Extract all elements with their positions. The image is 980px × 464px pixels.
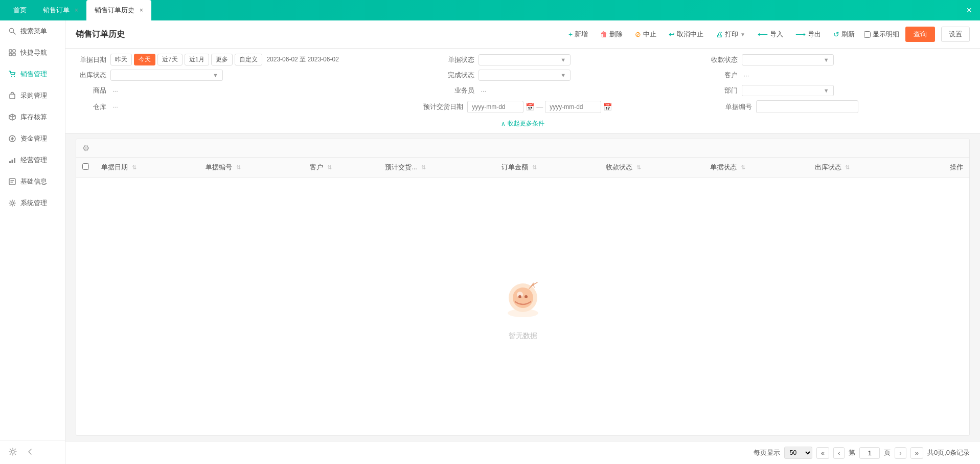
- th-doc-status[interactable]: 单据状态 ⇅: [704, 158, 808, 178]
- date-btn-custom[interactable]: 自定义: [235, 54, 262, 65]
- display-toggle[interactable]: 显示明细: [864, 30, 899, 39]
- svg-rect-3: [13, 50, 15, 52]
- sidebar-item-purchase-mgmt-label: 采购管理: [20, 91, 47, 100]
- warehouse-label: 仓库: [76, 102, 106, 112]
- page-size-label: 每页显示: [754, 448, 780, 457]
- table-settings-icon[interactable]: ⚙: [82, 143, 89, 153]
- window-close-button[interactable]: ×: [963, 5, 975, 16]
- customer-more-btn[interactable]: ···: [744, 72, 749, 79]
- sidebar-item-ops-mgmt[interactable]: 经营管理: [0, 149, 65, 171]
- th-customer[interactable]: 客户 ⇅: [304, 158, 379, 178]
- date-btn-more[interactable]: 更多: [211, 54, 233, 65]
- tab-sales-order-close[interactable]: ×: [75, 7, 78, 14]
- warehouse-more-btn[interactable]: ···: [112, 103, 118, 111]
- delivery-date-to[interactable]: [545, 101, 601, 113]
- sidebar-item-sys-mgmt[interactable]: 系统管理: [0, 192, 65, 214]
- doc-no-input[interactable]: [756, 100, 858, 113]
- sidebar-bottom: [0, 440, 65, 464]
- filter-doc-no: 单据编号: [721, 100, 970, 113]
- query-button[interactable]: 查询: [905, 27, 935, 42]
- salesperson-more-btn[interactable]: ···: [481, 87, 486, 95]
- th-doc-date-label: 单据日期: [101, 163, 128, 171]
- page-size-select[interactable]: 50 10 20 100: [784, 447, 812, 459]
- display-checkbox[interactable]: [864, 31, 871, 38]
- sidebar-item-search-menu[interactable]: 搜索菜单: [0, 20, 65, 42]
- date-btn-today[interactable]: 今天: [134, 54, 155, 65]
- th-doc-date[interactable]: 单据日期 ⇅: [95, 158, 199, 178]
- sidebar-arrow-icon[interactable]: [26, 447, 35, 458]
- stop-button[interactable]: ⊘ 中止: [632, 28, 659, 41]
- tab-sales-order-history-close[interactable]: ×: [140, 7, 143, 14]
- sidebar-item-basic-info[interactable]: 基础信息: [0, 171, 65, 192]
- outbound-status-select[interactable]: ▼: [110, 70, 223, 81]
- tab-sales-order[interactable]: 销售订单 ×: [35, 0, 86, 20]
- empty-illustration: [497, 272, 549, 323]
- sort-doc-no-icon: ⇅: [236, 164, 241, 170]
- date-btn-1month[interactable]: 近1月: [185, 54, 210, 65]
- current-page-input[interactable]: [859, 447, 880, 459]
- th-receipt-status[interactable]: 收款状态 ⇅: [600, 158, 704, 178]
- tab-home[interactable]: 首页: [5, 0, 35, 20]
- svg-point-7: [14, 76, 15, 77]
- print-button[interactable]: 🖨 打印 ▼: [713, 28, 748, 41]
- settings-button[interactable]: 设置: [941, 27, 970, 42]
- date-label: 单据日期: [76, 55, 106, 64]
- filter-department: 部门 ▼: [707, 85, 970, 96]
- first-page-btn[interactable]: «: [816, 447, 829, 459]
- th-doc-no[interactable]: 单据编号 ⇅: [199, 158, 304, 178]
- tab-sales-order-history[interactable]: 销售订单历史 ×: [86, 0, 151, 20]
- delete-icon: 🗑: [600, 30, 607, 38]
- tab-sales-order-label: 销售订单: [43, 6, 70, 15]
- customer-label: 客户: [707, 71, 738, 80]
- complete-status-select[interactable]: ▼: [478, 70, 571, 81]
- sidebar-item-inventory-check[interactable]: 库存核算: [0, 106, 65, 128]
- table-container: ⚙ 单据日期 ⇅ 单据编号: [76, 139, 970, 436]
- product-label: 商品: [76, 86, 106, 95]
- print-dropdown-icon: ▼: [740, 32, 745, 37]
- product-more-btn[interactable]: ···: [112, 87, 118, 95]
- sidebar-item-purchase-mgmt[interactable]: 采购管理: [0, 85, 65, 106]
- date-btn-7days[interactable]: 近7天: [157, 54, 183, 65]
- grid-icon: [8, 49, 16, 57]
- calendar-to-icon[interactable]: 📅: [603, 103, 612, 111]
- th-outbound-status[interactable]: 出库状态 ⇅: [809, 158, 913, 178]
- import-button[interactable]: ⟵ 导入: [755, 28, 786, 41]
- stop-label: 中止: [643, 30, 656, 39]
- date-btn-yesterday[interactable]: 昨天: [110, 54, 132, 65]
- receipt-status-arrow: ▼: [824, 57, 829, 63]
- sidebar-item-sys-mgmt-label: 系统管理: [20, 198, 47, 208]
- next-page-btn[interactable]: ›: [895, 447, 906, 459]
- filter-area: 单据日期 昨天 今天 近7天 近1月 更多 自定义 2023-06-02 至 2…: [65, 49, 980, 134]
- calendar-from-icon[interactable]: 📅: [526, 103, 534, 111]
- sidebar-item-quick-nav[interactable]: 快捷导航: [0, 42, 65, 63]
- sidebar-item-fund-mgmt[interactable]: 资金管理: [0, 128, 65, 149]
- date-dash: —: [536, 103, 543, 111]
- doc-status-control: ▼: [478, 54, 706, 65]
- doc-status-select[interactable]: ▼: [478, 54, 571, 65]
- th-operation-label: 操作: [950, 163, 963, 171]
- collapse-bar[interactable]: ∧ 收起更多条件: [76, 117, 970, 128]
- export-button[interactable]: ⟶ 导出: [792, 28, 824, 41]
- sidebar-item-sales-mgmt[interactable]: 销售管理: [0, 63, 65, 85]
- delete-button[interactable]: 🗑 删除: [597, 28, 626, 41]
- delivery-date-range: 📅 — 📅: [467, 101, 612, 113]
- delivery-date-from[interactable]: [467, 101, 523, 113]
- complete-status-label: 完成状态: [444, 71, 474, 80]
- prev-page-btn[interactable]: ‹: [833, 447, 845, 459]
- sidebar-gear-icon[interactable]: [8, 447, 17, 458]
- receipt-status-select[interactable]: ▼: [742, 54, 834, 65]
- select-all-checkbox[interactable]: [82, 163, 89, 170]
- refresh-button[interactable]: ↺ 刷新: [830, 28, 858, 41]
- add-button[interactable]: + 新增: [565, 28, 591, 41]
- export-icon: ⟶: [795, 30, 806, 38]
- doc-no-label: 单据编号: [721, 102, 752, 112]
- svg-line-1: [13, 32, 15, 34]
- sidebar-item-basic-info-label: 基础信息: [20, 177, 47, 186]
- th-delivery-date[interactable]: 预计交货... ⇅: [379, 158, 495, 178]
- th-order-amount[interactable]: 订单金额 ⇅: [495, 158, 600, 178]
- last-page-btn[interactable]: »: [910, 447, 923, 459]
- filter-delivery-date: 预计交货日期 📅 — 📅: [423, 101, 721, 113]
- svg-rect-11: [12, 160, 13, 163]
- cancel-stop-button[interactable]: ↩ 取消中止: [666, 28, 706, 41]
- department-select[interactable]: ▼: [742, 85, 834, 96]
